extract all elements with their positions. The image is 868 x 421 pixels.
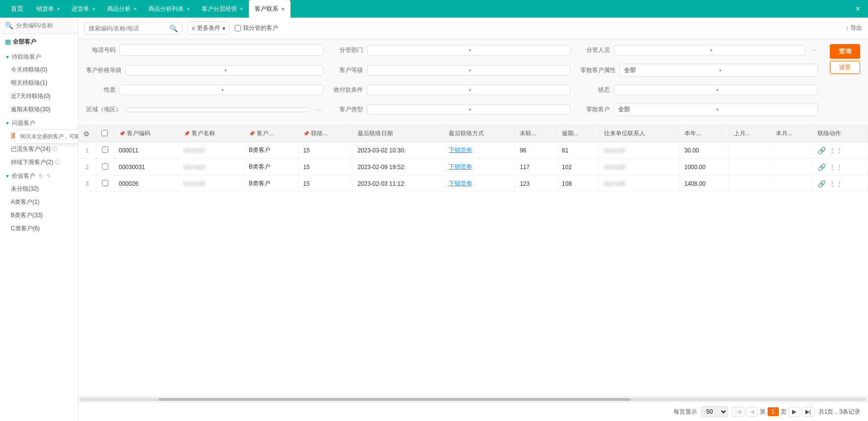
action-more-icon[interactable]: ⋮⋮ bbox=[829, 147, 843, 154]
row-action-1[interactable]: 🔗 ⋮⋮ bbox=[813, 159, 868, 175]
row-action-0[interactable]: 🔗 ⋮⋮ bbox=[813, 142, 868, 159]
top-nav: 首页 销货单 × 进货单 × 商品分析 × 商品分析列表 × 客户分层经营 × … bbox=[0, 0, 868, 18]
close-customer-contact-tab[interactable]: × bbox=[281, 6, 284, 12]
customer-level-select[interactable]: ▾ bbox=[367, 65, 571, 75]
sidebar-item-class-b[interactable]: B类客户(33) bbox=[0, 209, 78, 222]
row-last-method-0[interactable]: 下销货单 bbox=[443, 142, 514, 159]
query-button[interactable]: 查询 bbox=[830, 44, 860, 59]
row-action-2[interactable]: 🔗 ⋮⋮ bbox=[813, 175, 868, 192]
filter-search-icon[interactable]: 🔍 bbox=[169, 25, 178, 32]
retail-select[interactable]: 全部 ▾ bbox=[614, 103, 818, 116]
per-page-select[interactable]: 50 100 bbox=[701, 406, 728, 417]
close-customer-tier-tab[interactable]: × bbox=[240, 6, 243, 12]
content-area: 🔍 ≡ 更多条件 ▾ 我分管的客户 ↑ 导出 bbox=[78, 18, 868, 421]
edit-icon-value[interactable]: ✎ bbox=[47, 173, 51, 179]
row-last-month-1 bbox=[728, 159, 771, 175]
action-more-icon[interactable]: ⋮⋮ bbox=[829, 180, 843, 188]
filter-icon: ≡ bbox=[192, 25, 195, 32]
sidebar-item-7day-contact[interactable]: 近7天待联络(0) bbox=[0, 90, 78, 103]
phone-input[interactable] bbox=[120, 44, 324, 56]
action-link-icon[interactable]: 🔗 bbox=[818, 163, 826, 171]
sidebar-item-overdue-contact[interactable]: 逾期未联络(30) bbox=[0, 103, 78, 116]
manager-more-icon[interactable]: ··· bbox=[809, 47, 818, 53]
filter-row-1: 电话号码 分管部门 ▾ 分管人员 bbox=[86, 44, 818, 56]
search-input[interactable] bbox=[89, 25, 167, 32]
scrollbar-thumb[interactable] bbox=[159, 398, 630, 401]
my-customers-checkbox[interactable] bbox=[235, 25, 241, 31]
sidebar-group-pending[interactable]: ▼ 待联络客户 bbox=[0, 50, 78, 63]
tab-home[interactable]: 首页 bbox=[4, 0, 30, 18]
close-product-list-tab[interactable]: × bbox=[187, 6, 190, 12]
tab-customer-tier[interactable]: 客户分层经营 × bbox=[196, 0, 249, 18]
row-no-contact-0: 96 bbox=[515, 142, 557, 159]
retail-attr-select[interactable]: 全部 ▾ bbox=[620, 64, 818, 77]
action-link-icon[interactable]: 🔗 bbox=[818, 180, 826, 188]
pin-icon-contact: 📌 bbox=[303, 131, 309, 136]
row-last-method-2[interactable]: 下销货单 bbox=[443, 175, 514, 192]
filter-customer-level: 客户等级 ▾ bbox=[334, 65, 571, 75]
row-this-year-0: 30.00 bbox=[679, 142, 729, 159]
col-last-date: 最后联络日期 bbox=[352, 125, 443, 142]
row-overdue-0: 81 bbox=[557, 142, 599, 159]
horizontal-scrollbar[interactable] bbox=[78, 396, 868, 402]
row-checkbox-2[interactable] bbox=[96, 175, 114, 192]
nature-select[interactable]: ▾ bbox=[120, 85, 324, 95]
sidebar-item-tomorrow-contact[interactable]: 明天待联络(1) bbox=[0, 76, 78, 90]
sidebar-group-value[interactable]: ▼ 价值客户 ↻ ✎ bbox=[0, 169, 78, 182]
sidebar-item-churned[interactable]: 已流失客户(24) ⓘ bbox=[0, 143, 78, 156]
info-icon-churned[interactable]: ⓘ bbox=[52, 146, 57, 153]
close-purchase-tab[interactable]: × bbox=[92, 6, 95, 12]
my-customers-filter[interactable]: 我分管的客户 bbox=[235, 24, 278, 32]
dept-select[interactable]: ▾ bbox=[367, 45, 571, 55]
refresh-icon-value[interactable]: ↻ bbox=[39, 173, 43, 179]
sidebar-all-customers[interactable]: ⊞ 全部客户 bbox=[0, 34, 78, 50]
close-all-button[interactable]: × bbox=[852, 4, 864, 13]
region-select[interactable] bbox=[125, 107, 311, 112]
customer-type-select[interactable]: ▾ bbox=[367, 104, 571, 115]
filter-price-level: 客户价格等级 ▾ bbox=[86, 65, 324, 75]
sidebar-item-declining[interactable]: 持续下滑客户(2) ⓘ bbox=[0, 156, 78, 169]
last-page-btn[interactable]: ▶| bbox=[802, 407, 815, 417]
next-page-btn[interactable]: ▶ bbox=[789, 407, 800, 417]
sidebar-item-ungrouped[interactable]: 未分组(32) bbox=[0, 182, 78, 196]
row-code-0: 000011 bbox=[114, 142, 179, 159]
prev-page-btn[interactable]: ◀ bbox=[747, 407, 758, 417]
col-settings[interactable]: ⚙ bbox=[78, 125, 96, 142]
action-more-icon[interactable]: ⋮⋮ bbox=[829, 163, 843, 171]
col-checkbox[interactable] bbox=[96, 125, 114, 142]
chevron-retail-icon: ▾ bbox=[716, 107, 814, 112]
sidebar-item-class-a[interactable]: A类客户(1) bbox=[0, 196, 78, 209]
filter-nature: 性质 ▾ bbox=[86, 85, 324, 95]
row-last-method-1[interactable]: 下销货单 bbox=[443, 159, 514, 175]
col-last-month: 上月... bbox=[728, 125, 771, 142]
tab-product-list[interactable]: 商品分析列表 × bbox=[143, 0, 195, 18]
tab-purchase[interactable]: 进货单 × bbox=[66, 0, 101, 18]
tab-product-analysis[interactable]: 商品分析 × bbox=[101, 0, 143, 18]
tab-customer-contact[interactable]: 客户联系 × bbox=[249, 0, 290, 18]
col-no-contact: 未联... bbox=[515, 125, 557, 142]
manager-select[interactable]: ▾ bbox=[614, 45, 805, 55]
status-select[interactable]: ▾ bbox=[614, 85, 818, 95]
sidebar-item-class-c[interactable]: C类客户(6) bbox=[0, 222, 78, 235]
row-checkbox-0[interactable] bbox=[96, 142, 114, 159]
action-link-icon[interactable]: 🔗 bbox=[818, 147, 826, 154]
more-conditions-btn[interactable]: ≡ 更多条件 ▾ bbox=[187, 22, 230, 35]
export-btn[interactable]: ↑ 导出 bbox=[845, 24, 862, 32]
tab-sales[interactable]: 销货单 × bbox=[30, 0, 66, 18]
region-more-icon[interactable]: ··· bbox=[315, 106, 324, 113]
sidebar-search-input[interactable] bbox=[16, 22, 78, 29]
settings-button[interactable]: 设置 bbox=[830, 61, 860, 74]
sidebar-group-problem[interactable]: ▼ 问题客户 bbox=[0, 116, 78, 129]
price-level-select[interactable]: ▾ bbox=[125, 65, 324, 75]
payment-select[interactable]: ▾ bbox=[367, 85, 571, 95]
row-checkbox-1[interactable] bbox=[96, 159, 114, 175]
sidebar-item-today-contact[interactable]: 今天待联络(0) bbox=[0, 63, 78, 76]
row-code-1: 00030031 bbox=[114, 159, 179, 175]
close-sales-tab[interactable]: × bbox=[57, 6, 60, 12]
close-product-analysis-tab[interactable]: × bbox=[134, 6, 137, 12]
select-all-checkbox[interactable] bbox=[101, 130, 108, 136]
first-page-btn[interactable]: |◀ bbox=[732, 407, 745, 417]
pagination: 每页显示 50 100 |◀ ◀ 第 1 页 ▶ ▶| 共1页，3条记录 bbox=[78, 402, 868, 421]
table-settings-icon[interactable]: ⚙ bbox=[83, 130, 90, 138]
info-icon-declining[interactable]: ⓘ bbox=[55, 159, 60, 166]
